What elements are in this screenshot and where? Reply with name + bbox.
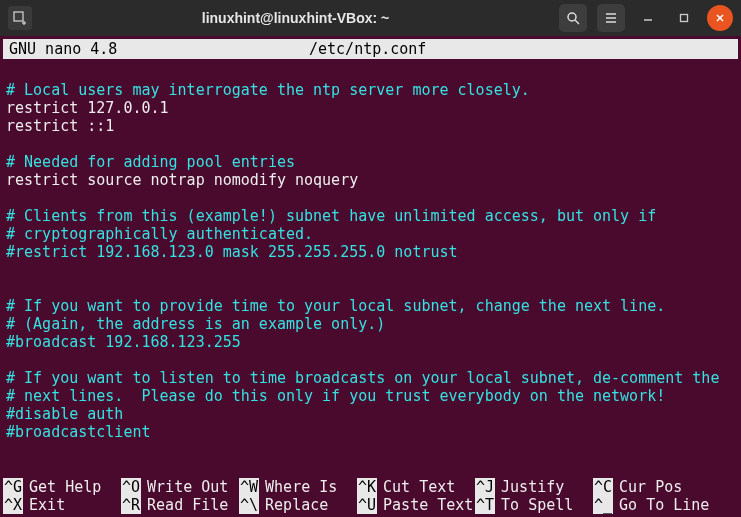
new-tab-button[interactable] (8, 6, 32, 30)
menu-button[interactable] (597, 4, 625, 32)
shortcut-label: Exit (29, 496, 65, 514)
shortcut-item: ^WWhere Is (239, 478, 357, 496)
shortcut-label: Replace (265, 496, 328, 514)
nano-app-name: GNU nano 4.8 (9, 40, 309, 58)
nano-shortcuts: ^GGet Help^OWrite Out^WWhere Is^KCut Tex… (3, 478, 738, 514)
window-title: linuxhint@linuxhint-VBox: ~ (32, 10, 559, 26)
shortcut-key: ^T (475, 496, 495, 514)
shortcut-key: ^C (593, 478, 613, 496)
editor-line: # Clients from this (example!) subnet ha… (6, 207, 735, 225)
shortcut-item: ^GGet Help (3, 478, 121, 496)
editor-line (6, 351, 735, 369)
svg-line-4 (575, 20, 579, 24)
editor-line (6, 279, 735, 297)
shortcut-key: ^X (3, 496, 23, 514)
shortcut-key: ^U (357, 496, 377, 514)
svg-rect-0 (14, 12, 23, 21)
editor-line: # If you want to listen to time broadcas… (6, 369, 735, 387)
nano-file-path: /etc/ntp.conf (309, 40, 426, 58)
editor-line: # (Again, the address is an example only… (6, 315, 735, 333)
shortcut-label: Read File (147, 496, 228, 514)
shortcut-item: ^\Replace (239, 496, 357, 514)
shortcut-label: Get Help (29, 478, 101, 496)
shortcut-item: ^RRead File (121, 496, 239, 514)
shortcut-key: ^K (357, 478, 377, 496)
minimize-button[interactable] (635, 5, 661, 31)
editor-line (6, 135, 735, 153)
editor-line: # If you want to provide time to your lo… (6, 297, 735, 315)
shortcut-key: ^_ (593, 496, 613, 514)
editor-line: restrict 127.0.0.1 (6, 99, 735, 117)
close-button[interactable] (707, 5, 733, 31)
search-button[interactable] (559, 4, 587, 32)
shortcut-key: ^J (475, 478, 495, 496)
shortcut-label: To Spell (501, 496, 573, 514)
editor-line: restrict ::1 (6, 117, 735, 135)
editor-line: #broadcast 192.168.123.255 (6, 333, 735, 351)
editor-line: #restrict 192.168.123.0 mask 255.255.255… (6, 243, 735, 261)
shortcut-item: ^JJustify (475, 478, 593, 496)
svg-rect-9 (681, 15, 688, 22)
shortcut-label: Cur Pos (619, 478, 682, 496)
window-titlebar: linuxhint@linuxhint-VBox: ~ (0, 0, 741, 36)
shortcut-label: Cut Text (383, 478, 455, 496)
editor-line: # Needed for adding pool entries (6, 153, 735, 171)
shortcut-item: ^OWrite Out (121, 478, 239, 496)
shortcut-key: ^R (121, 496, 141, 514)
editor-line: # next lines. Please do this only if you… (6, 387, 735, 405)
editor-line: # cryptographically authenticated. (6, 225, 735, 243)
shortcut-label: Justify (501, 478, 564, 496)
nano-header-bar: GNU nano 4.8 /etc/ntp.conf (3, 39, 738, 59)
editor-content[interactable]: # Local users may interrogate the ntp se… (0, 59, 741, 441)
editor-line (6, 189, 735, 207)
editor-line: #broadcastclient (6, 423, 735, 441)
shortcut-item: ^TTo Spell (475, 496, 593, 514)
editor-line (6, 63, 735, 81)
shortcut-key: ^G (3, 478, 23, 496)
svg-point-3 (568, 13, 576, 21)
shortcut-item: ^KCut Text (357, 478, 475, 496)
shortcut-label: Paste Text (383, 496, 473, 514)
shortcut-item: ^XExit (3, 496, 121, 514)
editor-line (6, 261, 735, 279)
shortcut-item: ^UPaste Text (357, 496, 475, 514)
shortcut-label: Go To Line (619, 496, 709, 514)
shortcut-key: ^O (121, 478, 141, 496)
editor-line: # Local users may interrogate the ntp se… (6, 81, 735, 99)
maximize-button[interactable] (671, 5, 697, 31)
shortcut-key: ^W (239, 478, 259, 496)
shortcut-label: Write Out (147, 478, 228, 496)
editor-line: restrict source notrap nomodify noquery (6, 171, 735, 189)
shortcut-item: ^_Go To Line (593, 496, 711, 514)
shortcut-label: Where Is (265, 478, 337, 496)
editor-line: #disable auth (6, 405, 735, 423)
shortcut-item: ^CCur Pos (593, 478, 711, 496)
shortcut-key: ^\ (239, 496, 259, 514)
